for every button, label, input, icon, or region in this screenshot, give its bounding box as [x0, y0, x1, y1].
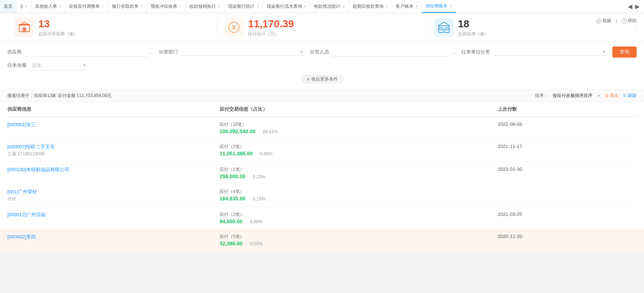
summary-store-info: 18 总供应商（家）: [458, 18, 489, 37]
nav-prepay-ar[interactable]: 预收冲应收单 ×: [147, 0, 186, 13]
nav-customer-ledger-label: 客户账本: [396, 3, 413, 10]
supplier-filter-label: 供应商: [7, 49, 22, 55]
dept-filter-select[interactable]: ▼: [181, 48, 306, 56]
nav-right-arrow[interactable]: ▶: [634, 3, 641, 10]
last-pay-5: 2020-11-20: [498, 234, 637, 239]
nav-overdue-ar-close[interactable]: ×: [386, 4, 388, 8]
video-circle-icon: ⊙: [596, 18, 601, 24]
trans-amount-1[interactable]: 11,051,486.00: [220, 151, 253, 156]
trans-label-5: 应付（5笔）: [220, 234, 498, 240]
export-label: 导出: [610, 93, 619, 99]
nav-receipt-stat[interactable]: 收款情况统计 ×: [310, 0, 349, 13]
nav-home[interactable]: 首页: [0, 0, 17, 13]
export-icon: ⊙: [605, 93, 609, 98]
nav-other-income-close[interactable]: ×: [59, 4, 62, 8]
summary-card-payable-suppliers: 13 总应付供应商（家）: [7, 18, 217, 37]
supplier-link-3[interactable]: [001]广州荣轩: [7, 189, 37, 194]
supplier-link-4[interactable]: [000012]广州贝瑞: [7, 212, 45, 217]
collapse-button[interactable]: ∧ 收起更多条件: [301, 75, 343, 83]
table-row: [000001]张三 应付（15笔） 100,092,540.00 89.61%…: [7, 117, 637, 139]
nav-cash-bank-flow[interactable]: 现金银行流水查询 ×: [263, 0, 311, 13]
trans-amount-3[interactable]: 164,635.90: [220, 196, 245, 201]
nav-supplier-ledger-close[interactable]: ×: [450, 4, 452, 8]
trans-label-3: 应付（4笔）: [220, 189, 498, 195]
supplier-link-2[interactable]: [000100]本特勤油品有限公司: [7, 167, 69, 172]
top-navigation: 首页 3 × 其他收入单 × 应收应付调整单 × 银行存取款单 × 预收冲应收单…: [0, 0, 644, 13]
balance-filter-select[interactable]: 选择... ▼: [29, 61, 88, 70]
person-filter-label: 分管人员: [310, 49, 329, 55]
nav-bank-deposit[interactable]: 银行存取款单 ×: [108, 0, 147, 13]
nav-receipt-stat-close[interactable]: ×: [343, 4, 345, 8]
sort-value[interactable]: 按应付余额倒序排序: [553, 93, 592, 99]
trans-amount-0[interactable]: 100,092,540.00: [220, 128, 255, 134]
nav-customer-ledger-close[interactable]: ×: [416, 4, 418, 8]
nav-ar-ap-close[interactable]: ×: [102, 4, 104, 8]
supplier-link-1[interactable]: [000007]恒旺二手叉车: [7, 144, 55, 149]
last-pay-date-1: 2021-11-17: [498, 144, 522, 149]
trans-pct-1: 9.89%: [260, 151, 273, 156]
person-filter-dots[interactable]: ...: [452, 49, 456, 55]
person-filter-input[interactable]: [332, 48, 450, 56]
trans-label-0: 应付（15笔）: [220, 121, 498, 128]
supplier-link-0[interactable]: [000001]张三: [7, 122, 36, 127]
nav-left-arrow[interactable]: ◀: [626, 3, 634, 10]
supplier-filter-input[interactable]: [25, 48, 148, 56]
refresh-button[interactable]: ↻ 刷新: [623, 93, 637, 99]
help-link[interactable]: ? 帮助: [622, 18, 637, 24]
total-supplier-count: 18: [458, 18, 489, 30]
trans-amount-2[interactable]: 258,000.00: [220, 173, 245, 179]
nav-prepay-close[interactable]: ×: [179, 4, 182, 8]
col-header-last-payment: 上次付数: [498, 106, 637, 113]
nav-tab3-close[interactable]: ×: [25, 4, 27, 8]
nav-prepay-label: 预收冲应收单: [151, 3, 177, 10]
nav-receipt-verify-close[interactable]: ×: [218, 4, 220, 8]
nav-tab3-label: 3: [20, 4, 23, 9]
link-divider: ｜: [614, 18, 619, 24]
nav-bank-label: 银行存取款单: [112, 3, 139, 10]
supplier-filter-dots[interactable]: ...: [149, 49, 154, 55]
money-icon: ¥: [224, 18, 244, 37]
filter-supplier: 供应商 ...: [7, 48, 154, 56]
nav-supplier-ledger[interactable]: 供应商账本 ×: [422, 0, 456, 13]
supplier-link-5[interactable]: [000002]李四: [7, 234, 36, 239]
summary-card-payable-total: ¥ 11,170.39 应付合计（万）: [217, 18, 427, 37]
nav-tab3[interactable]: 3 ×: [17, 0, 31, 13]
transaction-info-5: 应付（5笔） 32,366.00 0.03%: [220, 234, 498, 247]
export-button[interactable]: ⊙ 导出: [605, 93, 619, 99]
filter-area: 供应商 ... 分管部门 ▼ 分管人员 ... 往来单位分类 ▼ 查询 往来: [0, 42, 644, 90]
video-link[interactable]: ⊙ 视频: [596, 18, 611, 24]
supplier-info-0: [000001]张三: [7, 121, 220, 128]
last-pay-1: 2021-11-17: [498, 144, 637, 149]
dept-filter-label: 分管部门: [159, 49, 178, 55]
filter-balance: 往来余额 选择... ▼: [7, 61, 637, 70]
category-chevron-down-icon: ▼: [602, 50, 606, 54]
nav-ar-ap-adjust[interactable]: 应收应付调整单 ×: [65, 0, 108, 13]
trans-amount-4[interactable]: 94,600.00: [220, 218, 242, 224]
nav-cash-bank-flow-close[interactable]: ×: [304, 4, 307, 8]
query-button[interactable]: 查询: [612, 46, 637, 58]
nav-overdue-ar[interactable]: 超期应收款查询 ×: [349, 0, 392, 13]
sort-label: 排序：: [535, 93, 548, 99]
nav-other-income[interactable]: 其他收入单 ×: [31, 0, 66, 13]
payable-total-label: 应付合计（万）: [248, 31, 294, 37]
nav-cash-bank-stat[interactable]: 现金银行统计 ×: [224, 0, 263, 13]
svg-rect-7: [442, 28, 445, 32]
refresh-label: 刷新: [628, 93, 637, 99]
nav-arrows: ◀ ▶: [623, 3, 644, 10]
nav-cash-bank-stat-close[interactable]: ×: [257, 4, 259, 8]
nav-receipt-verify[interactable]: 收款核销执行 ×: [186, 0, 224, 13]
store-icon: [434, 18, 454, 37]
trans-amount-5[interactable]: 32,366.00: [220, 241, 242, 247]
nav-customer-ledger[interactable]: 客户账本 ×: [392, 0, 422, 13]
nav-bank-close[interactable]: ×: [141, 4, 143, 8]
trans-pct-3: 0.15%: [253, 196, 265, 201]
result-bar: 搜索结果中，供应商13家 应付金额 111,703,854.00元 排序： 按应…: [0, 90, 644, 102]
collapse-label: 收起更多条件: [311, 76, 338, 82]
filter-category: 往来单位分类 ▼: [461, 48, 608, 56]
trans-label-4: 应付（2笔）: [220, 211, 498, 218]
result-bar-right: 排序： 按应付余额倒序排序 ▼ ⊙ 导出 ↻ 刷新: [535, 93, 637, 99]
sort-down-icon[interactable]: ▼: [597, 94, 601, 98]
category-filter-select[interactable]: ▼: [493, 48, 608, 56]
supplier-icon: [15, 18, 34, 37]
svg-rect-8: [440, 28, 442, 30]
